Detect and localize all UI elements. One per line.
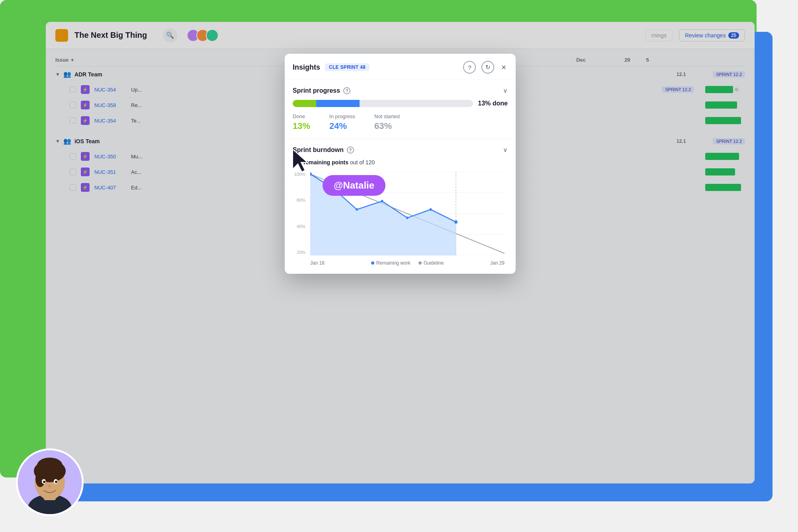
progress-percent-label: 13% done (478, 100, 508, 107)
sprint-badge: CLE SPRINT 48 (325, 63, 370, 71)
burndown-title: Sprint burndown (293, 146, 344, 154)
modal-overlay: Insights CLE SPRINT 48 ? ↻ × Sprint prog… (46, 22, 755, 483)
burndown-help[interactable]: ? (347, 146, 354, 154)
stat-inprogress-value: 24% (329, 121, 355, 131)
sprint-progress-collapse[interactable]: ∨ (503, 87, 508, 94)
svg-marker-7 (310, 174, 456, 255)
svg-point-25 (43, 481, 45, 483)
stat-done-label: Done (293, 113, 310, 119)
legend-guideline-label: Guideline (424, 260, 444, 266)
y-axis-labels: 100% 80% 40% 20% (294, 172, 305, 255)
progress-done (293, 100, 316, 107)
burndown-chart-svg (310, 172, 505, 255)
y-80: 80% (294, 198, 305, 203)
svg-point-10 (356, 208, 358, 210)
modal-header: Insights CLE SPRINT 48 ? ↻ × (285, 54, 516, 80)
svg-point-9 (332, 187, 335, 190)
stat-done: Done 13% (293, 113, 310, 131)
legend-dot-gray (419, 261, 422, 265)
section-title: Sprint progress ? (293, 87, 350, 94)
burndown-section-header: Sprint burndown ? ∨ (293, 146, 508, 154)
remaining-points: 100 remaining points (293, 159, 348, 166)
chart-wrapper: 100% 80% 40% 20% (310, 172, 505, 266)
sprint-progress-title: Sprint progress (293, 87, 340, 94)
x-end-label: Jan 29 (490, 260, 505, 266)
stat-notstarted: Not started 63% (374, 113, 400, 131)
sprint-burndown-section: Sprint burndown ? ∨ 100 remaining points… (285, 139, 516, 274)
svg-point-21 (35, 471, 45, 487)
burndown-section-title: Sprint burndown ? (293, 146, 354, 154)
stat-notstarted-value: 63% (374, 121, 400, 131)
profile-face-svg (18, 450, 82, 514)
question-icon: ? (468, 64, 471, 71)
help-button[interactable]: ? (463, 61, 476, 74)
svg-point-11 (381, 200, 383, 202)
insights-modal: Insights CLE SPRINT 48 ? ↻ × Sprint prog… (285, 54, 516, 274)
x-start-label: Jan 18 (310, 260, 325, 266)
legend-guideline: Guideline (419, 260, 444, 266)
svg-point-22 (37, 458, 63, 474)
modal-header-actions: ? ↻ × (463, 61, 508, 74)
chart-footer: Jan 18 Remaining work Guideline Jan (310, 260, 505, 266)
chart-legend: Remaining work Guideline (371, 260, 444, 266)
legend-remaining-label: Remaining work (376, 260, 411, 266)
stat-inprogress: In progress 24% (329, 113, 355, 131)
legend-dot-blue (371, 261, 374, 265)
refresh-button[interactable]: ↻ (481, 61, 494, 74)
y-20: 20% (294, 250, 305, 255)
progress-bar-container: 13% done (293, 100, 508, 107)
refresh-icon: ↻ (485, 64, 491, 71)
y-40: 40% (294, 224, 305, 229)
app-window: The Next Big Thing 🔍 rnings Review chang… (46, 22, 755, 483)
modal-title: Insights (293, 63, 320, 72)
sprint-progress-help[interactable]: ? (343, 87, 350, 94)
svg-point-12 (406, 216, 409, 219)
svg-point-14 (454, 220, 458, 224)
progress-track (293, 100, 473, 107)
burndown-subtitle: 100 remaining points out of 120 (293, 159, 508, 166)
sprint-progress-section: Sprint progress ? ∨ 13% done Done 13% (285, 80, 516, 139)
section-header: Sprint progress ? ∨ (293, 87, 508, 94)
progress-stats: Done 13% In progress 24% Not started 63% (293, 113, 508, 131)
y-100: 100% (294, 172, 305, 177)
svg-point-13 (430, 208, 432, 210)
close-button[interactable]: × (500, 61, 508, 74)
profile-avatar (16, 448, 84, 516)
stat-inprogress-label: In progress (329, 113, 355, 119)
svg-point-27 (48, 485, 51, 487)
stat-notstarted-label: Not started (374, 113, 400, 119)
out-of: out of 120 (350, 159, 375, 166)
progress-inprogress (316, 100, 360, 107)
legend-remaining: Remaining work (371, 260, 411, 266)
svg-point-26 (55, 481, 57, 483)
stat-done-value: 13% (293, 121, 310, 131)
burndown-collapse[interactable]: ∨ (503, 146, 508, 154)
